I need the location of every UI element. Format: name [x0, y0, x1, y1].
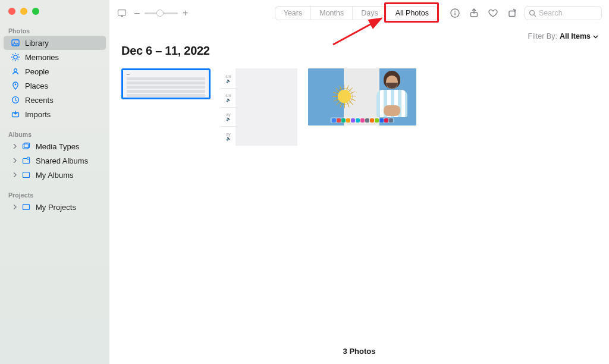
svg-point-3 — [14, 69, 17, 72]
sidebar-item-label: My Albums — [36, 171, 74, 180]
places-icon — [11, 81, 20, 90]
sidebar-section-projects: Projects — [0, 187, 109, 200]
svg-rect-12 — [23, 205, 30, 210]
chevron-right-icon — [11, 142, 19, 150]
sm-text: ay — [226, 132, 230, 136]
svg-rect-11 — [23, 172, 30, 178]
photo-thumbnail[interactable]: sm🔈 sm🔈 ay🔈 ay🔈 — [221, 68, 297, 147]
toolbar-search[interactable] — [525, 6, 602, 20]
svg-point-18 — [530, 10, 535, 15]
svg-point-2 — [14, 55, 17, 59]
svg-rect-17 — [509, 11, 515, 17]
imports-icon — [11, 109, 20, 119]
sidebar-item-label: Library — [25, 39, 49, 48]
sidebar-item-shared-albums[interactable]: Shared Albums — [4, 153, 106, 168]
sun-of-may-icon — [337, 89, 352, 104]
window-close-button[interactable] — [8, 8, 15, 15]
svg-point-15 — [454, 11, 456, 12]
window-fullscreen-button[interactable] — [32, 8, 39, 15]
sidebar-item-library[interactable]: Library — [4, 36, 106, 50]
filter-by-label: Filter By: — [528, 32, 557, 40]
window-controls — [0, 0, 109, 23]
sidebar-section-albums: Albums — [0, 126, 109, 139]
sm-text: sm — [225, 93, 231, 98]
filter-by-value: All Items — [560, 32, 591, 40]
segment-months[interactable]: Months — [311, 7, 353, 20]
sidebar-section-photos: Photos — [0, 23, 109, 36]
zoom-out-label: – — [134, 8, 140, 18]
main-area: – + Years Months Days All Photos Filter … — [109, 0, 609, 364]
photo-thumbnail[interactable] — [308, 68, 416, 125]
sidebar-item-places[interactable]: Places — [4, 79, 106, 93]
date-heading: Dec 6 – 11, 2022 — [121, 44, 597, 58]
sidebar-item-my-projects[interactable]: My Projects — [4, 200, 106, 214]
sidebar-item-label: People — [25, 67, 49, 76]
shared-album-icon — [21, 156, 31, 165]
segment-label: All Photos — [395, 9, 429, 17]
filter-by-control[interactable]: Filter By: All Items — [109, 26, 609, 40]
window-minimize-button[interactable] — [20, 8, 27, 15]
rotate-icon[interactable] — [507, 8, 517, 18]
search-icon — [529, 10, 536, 17]
sm-text: sm — [225, 74, 231, 79]
speaker-icon: 🔈 — [226, 117, 231, 121]
chevron-down-icon — [593, 34, 598, 39]
sidebar-item-label: Shared Albums — [36, 156, 88, 165]
display-toggle-icon[interactable] — [117, 8, 127, 18]
info-icon[interactable] — [450, 8, 460, 18]
sidebar-item-memories[interactable]: Memories — [4, 50, 106, 64]
thumbnail-side-labels: sm🔈 sm🔈 ay🔈 ay🔈 — [221, 68, 236, 147]
sidebar-item-label: My Projects — [36, 203, 76, 212]
photo-count-footer: 3 Photos — [109, 347, 609, 356]
sidebar-item-label: Places — [25, 81, 48, 90]
chevron-right-icon — [11, 203, 19, 211]
photo-thumbnail-image — [236, 68, 297, 146]
person-portrait — [371, 71, 413, 122]
sidebar-item-label: Memories — [25, 53, 59, 62]
sidebar: Photos Library Memories People Places Re… — [0, 0, 109, 364]
segment-years[interactable]: Years — [275, 7, 312, 20]
album-stack-icon — [21, 142, 31, 151]
zoom-in-label: + — [183, 8, 188, 18]
search-input[interactable] — [539, 9, 598, 17]
photo-grid: Dec 6 – 11, 2022 — sm🔈 sm🔈 ay🔈 ay🔈 — [109, 40, 609, 147]
speaker-icon: 🔈 — [226, 79, 231, 83]
photo-library-icon — [11, 38, 20, 48]
svg-point-4 — [15, 84, 17, 86]
sidebar-item-recents[interactable]: Recents — [4, 93, 106, 107]
memories-icon — [11, 52, 20, 62]
svg-rect-13 — [118, 10, 125, 15]
projects-icon — [21, 202, 31, 212]
share-icon[interactable] — [469, 8, 479, 18]
zoom-slider[interactable]: – + — [134, 8, 188, 18]
sidebar-item-media-types[interactable]: Media Types — [4, 139, 106, 153]
photo-thumbnail-selected[interactable]: — — [121, 68, 211, 99]
album-icon — [21, 170, 31, 180]
favorite-icon[interactable] — [488, 8, 498, 18]
sidebar-item-my-albums[interactable]: My Albums — [4, 168, 106, 182]
recents-icon — [11, 95, 20, 105]
speaker-icon: 🔈 — [226, 98, 231, 102]
segment-label: Years — [284, 9, 303, 17]
sm-text: ay — [226, 112, 230, 117]
people-icon — [11, 67, 20, 76]
sidebar-item-people[interactable]: People — [4, 64, 106, 79]
view-segmented-control: Years Months Days All Photos — [275, 6, 438, 20]
chevron-right-icon — [11, 156, 19, 165]
macos-dock — [330, 117, 394, 123]
segment-all-photos[interactable]: All Photos — [387, 7, 437, 20]
sidebar-item-label: Media Types — [36, 142, 79, 151]
zoom-track[interactable] — [145, 12, 178, 14]
toolbar: – + Years Months Days All Photos — [109, 0, 609, 26]
svg-point-1 — [14, 42, 15, 43]
svg-point-10 — [27, 157, 30, 159]
chevron-right-icon — [11, 171, 19, 179]
segment-label: Months — [319, 9, 344, 17]
segment-label: Days — [361, 9, 378, 17]
sidebar-item-imports[interactable]: Imports — [4, 107, 106, 121]
segment-days[interactable]: Days — [353, 7, 387, 20]
zoom-thumb[interactable] — [156, 10, 164, 17]
sidebar-item-label: Recents — [25, 96, 54, 105]
speaker-icon: 🔈 — [226, 136, 231, 141]
sidebar-item-label: Imports — [25, 110, 51, 119]
